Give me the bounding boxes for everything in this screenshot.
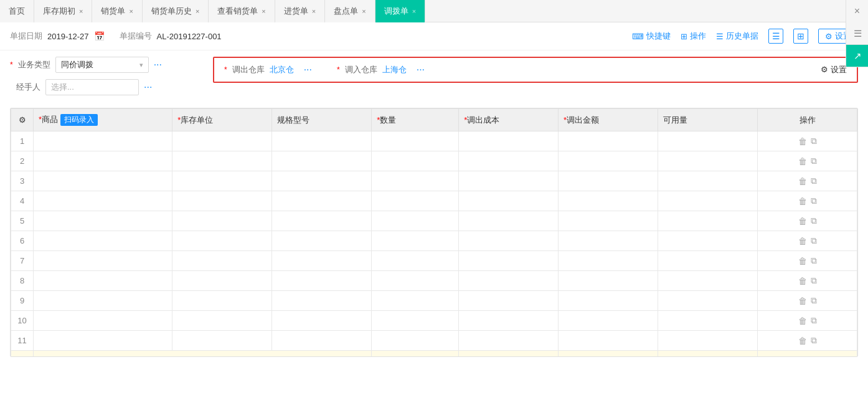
tab-stocktake[interactable]: 盘点单 × [325, 0, 375, 22]
col-gear[interactable]: ⚙ [11, 109, 34, 131]
tab-close-sales-history[interactable]: × [196, 7, 199, 15]
copy-icon[interactable]: ⧉ [811, 255, 817, 266]
delete-icon[interactable]: 🗑 [798, 216, 807, 226]
history-button[interactable]: ☰ 历史单据 [716, 31, 758, 42]
tab-sales-order[interactable]: 销货单 × [92, 0, 142, 22]
settings-icon: ⚙ [825, 32, 833, 41]
warehouse-out-required: * [224, 65, 227, 74]
copy-icon[interactable]: ⧉ [811, 236, 817, 246]
tab-home[interactable]: 首页 [0, 0, 34, 22]
list-view-icon[interactable]: ☰ [768, 29, 783, 44]
copy-icon[interactable]: ⧉ [811, 295, 817, 306]
col-spec: 规格型号 [272, 109, 372, 131]
tab-view-sales[interactable]: 查看销货单 × [209, 0, 275, 22]
dropdown-arrow-icon: ▾ [139, 61, 143, 69]
operate-button[interactable]: ⊞ 操作 [681, 31, 706, 42]
warehouse-out-more-icon[interactable]: ··· [304, 64, 312, 75]
tab-sales-history[interactable]: 销货单历史 × [143, 0, 209, 22]
tab-close-purchase[interactable]: × [312, 7, 316, 15]
warehouse-out-label: 调出仓库 [232, 64, 265, 75]
contact-more-icon[interactable]: ··· [144, 82, 152, 93]
calendar-icon[interactable]: 📅 [94, 31, 105, 41]
warehouse-in-value: 上海仓 [382, 64, 407, 75]
business-type-more-icon[interactable]: ··· [154, 59, 162, 70]
contact-select[interactable]: 选择... [45, 79, 139, 95]
operate-icon: ⊞ [681, 32, 687, 41]
tab-purchase[interactable]: 进货单 × [275, 0, 325, 22]
copy-icon[interactable]: ⧉ [811, 176, 817, 186]
delete-icon[interactable]: 🗑 [798, 256, 807, 266]
keyboard-icon: ⌨ [632, 32, 644, 41]
table-row: 10🗑⧉ [11, 311, 857, 331]
business-type-label: 业务类型 [18, 59, 50, 70]
subtotal-row: 小计 0.00 0.00 0.00 [11, 351, 857, 358]
col-unit: *库存单位 [172, 109, 272, 131]
table-row: 2🗑⧉ [11, 151, 857, 171]
table-header-row: ⚙ *商品 扫码录入 *库存单位 规格型号 *数量 *调出成本 *调出金额 可用… [11, 109, 857, 131]
copy-icon[interactable]: ⧉ [811, 216, 817, 226]
col-cost: *调出成本 [459, 109, 559, 131]
tab-transfer[interactable]: 调拨单 × [375, 0, 425, 22]
copy-icon[interactable]: ⧉ [811, 335, 817, 346]
right-sidebar: ☰ ↗ [846, 22, 868, 67]
delete-icon[interactable]: 🗑 [798, 176, 807, 186]
delete-icon[interactable]: 🗑 [798, 156, 807, 166]
table-row: 9🗑⧉ [11, 291, 857, 311]
header-actions: ⌨ 快捷键 ⊞ 操作 ☰ 历史单据 ☰ ⊞ ⚙ 设置 [632, 29, 858, 44]
business-type-value: 同价调拨 [61, 59, 93, 70]
docnum-field-group: 单据编号 AL-20191227-001 [120, 31, 222, 42]
business-type-row: * 业务类型 同价调拨 ▾ ··· [10, 57, 203, 73]
business-type-select[interactable]: 同价调拨 ▾ [55, 57, 149, 73]
copy-icon[interactable]: ⧉ [811, 136, 817, 146]
date-field-group: 单据日期 2019-12-27 📅 [10, 31, 105, 42]
docnum-label: 单据编号 [120, 31, 152, 42]
delete-icon[interactable]: 🗑 [798, 236, 807, 246]
table-row: 1🗑⧉ [11, 131, 857, 151]
tab-inventory-init[interactable]: 库存期初 × [34, 0, 92, 22]
col-action: 操作 [758, 109, 857, 131]
tab-close-transfer[interactable]: × [412, 7, 416, 15]
table-row: 11🗑⧉ [11, 331, 857, 351]
delete-icon[interactable]: 🗑 [798, 316, 807, 326]
scan-button[interactable]: 扫码录入 [60, 114, 98, 126]
tab-close-view-sales[interactable]: × [262, 7, 265, 15]
col-amount: *调出金额 [559, 109, 658, 131]
business-type-required: * [10, 60, 13, 69]
history-icon: ☰ [716, 32, 724, 41]
table-row: 5🗑⧉ [11, 211, 857, 231]
sidebar-doc-icon[interactable]: ☰ [846, 22, 868, 45]
col-qty: *数量 [372, 109, 459, 131]
tab-close-inventory-init[interactable]: × [79, 7, 83, 15]
copy-icon[interactable]: ⧉ [811, 196, 817, 206]
copy-icon[interactable]: ⧉ [811, 156, 817, 166]
warehouse-box: * 调出仓库 北京仓 ··· * 调入仓库 上海仓 ··· ⚙ 设置 [213, 57, 858, 83]
warehouse-in-more-icon[interactable]: ··· [417, 64, 425, 75]
delete-icon[interactable]: 🗑 [798, 336, 807, 346]
table-row: 4🗑⧉ [11, 191, 857, 211]
tab-close-sales-order[interactable]: × [129, 7, 133, 15]
copy-icon[interactable]: ⧉ [811, 275, 817, 286]
col-available: 可用量 [658, 109, 758, 131]
shortcut-button[interactable]: ⌨ 快捷键 [632, 31, 671, 42]
left-form: * 业务类型 同价调拨 ▾ ··· 经手人 选择... ··· [10, 57, 203, 102]
warehouse-in-label: 调入仓库 [345, 64, 377, 75]
contact-label: 经手人 [16, 82, 40, 93]
global-close-button[interactable]: × [846, 0, 868, 22]
delete-icon[interactable]: 🗑 [798, 276, 807, 286]
copy-icon[interactable]: ⧉ [811, 315, 817, 326]
delete-icon[interactable]: 🗑 [798, 196, 807, 206]
table-row: 7🗑⧉ [11, 251, 857, 271]
subtotal-cost: 0.00 [459, 351, 559, 358]
form-header: 单据日期 2019-12-27 📅 单据编号 AL-20191227-001 ⌨… [0, 22, 868, 50]
warehouse-in-field: * 调入仓库 上海仓 ··· [337, 64, 425, 75]
delete-icon[interactable]: 🗑 [798, 136, 807, 146]
grid-view-icon[interactable]: ⊞ [793, 29, 808, 44]
warehouse-settings-button[interactable]: ⚙ 设置 [821, 64, 847, 75]
subtotal-qty: 0.00 [372, 351, 459, 358]
date-value: 2019-12-27 [47, 32, 89, 41]
warehouse-settings-icon: ⚙ [821, 65, 828, 74]
tab-close-stocktake[interactable]: × [362, 7, 366, 15]
delete-icon[interactable]: 🗑 [798, 296, 807, 306]
sidebar-export-icon[interactable]: ↗ [846, 45, 868, 67]
warehouse-out-value: 北京仓 [270, 64, 294, 75]
